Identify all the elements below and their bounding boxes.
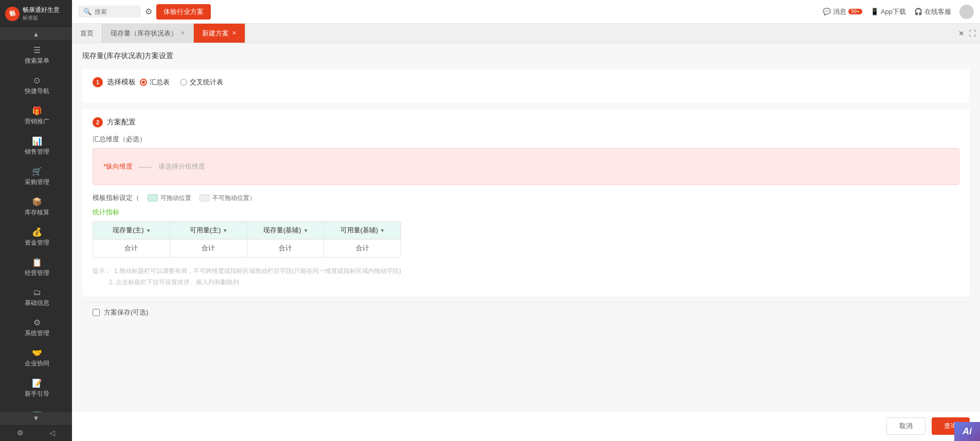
close-window-button[interactable]: ✕ (958, 29, 965, 38)
dimension-box[interactable]: *纵向维度 —— 请选择分组维度 (93, 148, 959, 185)
dimension-placeholder-text: 请选择分组维度 (158, 162, 205, 171)
dimension-field-label: 汇总维度（必选） (93, 135, 959, 144)
marketing-icon: 🎁 (32, 106, 42, 116)
metrics-header-col1[interactable]: 现存量(主) ▾ (93, 222, 170, 239)
col4-dropdown-icon[interactable]: ▾ (381, 227, 384, 234)
metrics-header-col4[interactable]: 可用量(基辅) ▾ (324, 222, 401, 239)
draggable-legend-box (148, 194, 158, 201)
logo-text: 畅康通好生意 标准版 (23, 6, 60, 22)
inventory-icon: 📦 (32, 197, 42, 207)
messages-button[interactable]: 💬 消息 99+ (823, 7, 862, 16)
sidebar-scroll-down[interactable]: ▼ (0, 412, 72, 424)
settings-button[interactable]: ⚙ (17, 429, 24, 437)
metrics-cell-1-3: 合计 (247, 240, 324, 257)
sidebar-item-label: 新手引导 (25, 390, 49, 398)
col3-label: 现存量(基辅) (263, 226, 301, 235)
sidebar-item-finance[interactable]: 💰 资金管理 (0, 222, 72, 252)
col4-label: 可用量(基辅) (340, 226, 378, 235)
sidebar-item-label: 系统管理 (25, 329, 49, 338)
enterprise-icon: 🤝 (32, 348, 42, 358)
tab-home[interactable]: 首页 (72, 24, 102, 43)
logo-icon: 畅 (5, 7, 20, 21)
dimension-required-text: *纵向维度 (103, 162, 133, 171)
sidebar-item-label: 营销推广 (25, 117, 49, 126)
sidebar-item-search-menu[interactable]: ☰ 搜索菜单 (0, 40, 72, 70)
tab-inventory-status[interactable]: 现存量（库存状况表） ✕ (102, 24, 194, 43)
tabs-bar: 首页 现存量（库存状况表） ✕ 新建方案 ✕ ✕ ⛶ (72, 24, 980, 43)
sidebar-item-system[interactable]: ⚙ 系统管理 (0, 313, 72, 343)
tab-inventory-close-icon[interactable]: ✕ (180, 30, 185, 36)
col3-dropdown-icon[interactable]: ▾ (304, 227, 307, 234)
metrics-header-col3[interactable]: 现存量(基辅) ▾ (247, 222, 324, 239)
sidebar-item-purchase[interactable]: 🛒 采购管理 (0, 161, 72, 192)
dimension-separator: —— (139, 163, 152, 171)
metrics-header-col2[interactable]: 可用量(主) ▾ (170, 222, 247, 239)
tab-new-plan-close-icon[interactable]: ✕ (232, 30, 237, 36)
ai-badge[interactable]: Ai (954, 422, 980, 441)
tab-home-label: 首页 (80, 29, 94, 38)
sidebar-item-label: 搜索菜单 (25, 57, 49, 65)
page-title: 现存量(库存状况表)方案设置 (82, 51, 970, 61)
online-service-button[interactable]: 🎧 在线客服 (914, 7, 951, 16)
cancel-button[interactable]: 取消 (886, 417, 925, 435)
legend-draggable: 可拖动位置 (148, 194, 191, 203)
radio-summary[interactable]: 汇总表 (140, 78, 170, 87)
sidebar-item-enterprise[interactable]: 🤝 企业协同 (0, 343, 72, 373)
metrics-cell-1-2: 合计 (170, 240, 247, 257)
radio-crosstab-label: 交叉统计表 (190, 78, 223, 87)
col1-label: 现存量(主) (113, 226, 144, 235)
tab-new-plan[interactable]: 新建方案 ✕ (194, 24, 245, 43)
sidebar: 畅 畅康通好生意 标准版 ▲ ☰ 搜索菜单 ⊙ 快捷导航 🎁 营销推广 📊 销售… (0, 0, 72, 441)
expand-window-button[interactable]: ⛶ (969, 29, 976, 38)
tab-inventory-label: 现存量（库存状况表） (111, 29, 177, 38)
purchase-icon: 🛒 (32, 167, 42, 176)
sidebar-item-label: 企业协同 (25, 359, 49, 368)
sidebar-item-sales[interactable]: 📊 销售管理 (0, 131, 72, 161)
sidebar-item-label: 资金管理 (25, 238, 49, 247)
col1-dropdown-icon[interactable]: ▾ (147, 227, 150, 234)
metrics-table-header: 现存量(主) ▾ 可用量(主) ▾ 现存量(基辅) ▾ 可用量(基辅) (93, 222, 401, 239)
sidebar-item-app-center[interactable]: 📺 应用中心 (0, 403, 72, 412)
tabs-window-btns: ✕ ⛶ (958, 29, 980, 38)
search-icon: 🔍 (83, 8, 92, 15)
sidebar-item-newbie[interactable]: 📝 新手引导 (0, 373, 72, 403)
save-checkbox[interactable] (93, 309, 100, 316)
metrics-table-row-1: 合计 合计 合计 合计 (93, 239, 401, 257)
quick-nav-icon: ⊙ (33, 76, 40, 85)
system-icon: ⚙ (33, 318, 41, 327)
section2-title: 方案配置 (107, 118, 136, 127)
radio-crosstab-circle (180, 79, 187, 86)
app-download-button[interactable]: 📱 App下载 (870, 7, 906, 16)
metrics-label-text: 模板指标设定（ (93, 193, 139, 203)
not-draggable-legend-box (199, 194, 210, 201)
message-icon: 💬 (823, 8, 831, 15)
tip-line-2: 2. 点击标题栏下拉可设置排序、插入列和删除列 (93, 277, 959, 288)
section-choose-template: 1 选择模板 汇总表 交叉统计表 (82, 69, 970, 103)
sales-icon: 📊 (32, 136, 42, 146)
col2-dropdown-icon[interactable]: ▾ (224, 227, 227, 234)
sidebar-item-label: 基础信息 (25, 299, 49, 307)
trial-industry-button[interactable]: 体验行业方案 (156, 4, 211, 20)
search-input[interactable] (95, 8, 136, 15)
section2-number: 2 (93, 117, 103, 127)
sidebar-item-marketing[interactable]: 🎁 营销推广 (0, 101, 72, 131)
section1-title: 选择模板 (107, 78, 136, 87)
sidebar-item-quick-nav[interactable]: ⊙ 快捷导航 (0, 70, 72, 101)
sidebar-scroll-up[interactable]: ▲ (0, 28, 72, 40)
logo-version: 标准版 (23, 14, 60, 22)
radio-crosstab[interactable]: 交叉统计表 (180, 78, 223, 87)
template-radio-group: 汇总表 交叉统计表 (140, 78, 223, 87)
section1-number: 1 (93, 77, 103, 87)
sidebar-item-inventory[interactable]: 📦 库存核算 (0, 192, 72, 222)
avatar[interactable] (959, 5, 974, 19)
help-button[interactable]: ◁ (49, 429, 55, 437)
content-area: 现存量(库存状况表)方案设置 1 选择模板 汇总表 交叉统计表 (72, 43, 980, 411)
metrics-config-area: 模板指标设定（ 可拖动位置 不可拖动位置） 统计指标 现存量(主) (93, 193, 959, 258)
settings-gear-icon[interactable]: ⚙ (145, 7, 152, 16)
sidebar-item-operations[interactable]: 📋 经营管理 (0, 252, 72, 283)
stats-section-label: 统计指标 (93, 208, 959, 217)
tip-item-1: 1.拖动标题栏可以调整布局，不可跨维度或指标区域拖动栏目字段(只能在同一维度或指… (114, 266, 401, 277)
tab-new-plan-label: 新建方案 (202, 29, 229, 38)
tip-title: 提示： 1.拖动标题栏可以调整布局，不可跨维度或指标区域拖动栏目字段(只能在同一… (93, 266, 959, 277)
sidebar-item-base-info[interactable]: 🗂 基础信息 (0, 283, 72, 313)
